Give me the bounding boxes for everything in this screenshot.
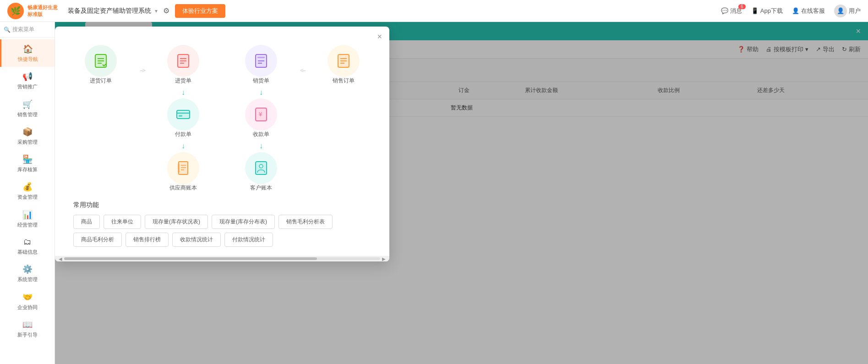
message-button[interactable]: 💬 消息 6 bbox=[721, 7, 742, 15]
sidebar-item-label: 系统管理 bbox=[17, 276, 38, 283]
logo: 🌿 畅康通好生意 标准版 bbox=[7, 3, 62, 19]
common-btn-counterpart[interactable]: 往来单位 bbox=[104, 215, 141, 229]
arrow-down-receipt: ↓ bbox=[259, 142, 263, 150]
logo-text: 畅康通好生意 标准版 bbox=[27, 4, 58, 17]
common-btn-sales-rank[interactable]: 销售排行榜 bbox=[126, 233, 169, 247]
svg-rect-12 bbox=[257, 57, 265, 58]
sidebar-item-inventory[interactable]: 🏪 库存核算 bbox=[0, 150, 55, 177]
online-service-button[interactable]: 👤 在线客服 bbox=[792, 7, 825, 15]
logo-icon: 🌿 bbox=[7, 3, 24, 19]
sidebar-item-label: 资金管理 bbox=[17, 194, 38, 200]
purchase-icon: 📦 bbox=[22, 127, 33, 137]
avatar: 👤 bbox=[834, 5, 847, 17]
scrollbar-left-arrow[interactable]: ◀ bbox=[57, 256, 64, 261]
scrollbar-track bbox=[64, 257, 380, 260]
sales-icon: 🛒 bbox=[22, 99, 33, 109]
search-icon: 🔍 bbox=[4, 27, 11, 33]
system-dropdown-icon[interactable]: ▾ bbox=[155, 8, 158, 14]
svg-text:¥: ¥ bbox=[258, 111, 262, 118]
common-btn-product[interactable]: 商品 bbox=[73, 215, 100, 229]
common-functions-title: 常用功能 bbox=[73, 201, 371, 209]
sidebar-item-label: 快捷导航 bbox=[18, 56, 38, 62]
sidebar-item-quick-nav[interactable]: 🏠 快捷导航 bbox=[0, 39, 55, 67]
base-info-icon: 🗂 bbox=[23, 237, 32, 247]
common-functions-grid: 商品 往来单位 现存量(库存状况表) 现存量(库存分布表) 销售毛利分析表 商品… bbox=[73, 215, 371, 247]
common-btn-stock-status[interactable]: 现存量(库存状况表) bbox=[145, 215, 208, 229]
sidebar-item-sys-mgmt[interactable]: ⚙️ 系统管理 bbox=[0, 260, 55, 287]
system-title: 装备及固定资产辅助管理系统 bbox=[68, 7, 151, 15]
sales-order-icon bbox=[328, 45, 360, 77]
operations-icon: 📊 bbox=[22, 210, 33, 220]
flow-item-sales-order: 销售订单 bbox=[316, 45, 371, 85]
sidebar-item-label: 企业协同 bbox=[17, 304, 38, 310]
download-icon: 📱 bbox=[751, 7, 759, 14]
modal-overlay[interactable]: × 进货订单 bbox=[55, 22, 868, 364]
message-icon: 💬 bbox=[721, 7, 728, 14]
newbie-icon: 📖 bbox=[22, 320, 33, 330]
sidebar-item-label: 销售管理 bbox=[17, 111, 38, 118]
flow-item-payment: 付款单 bbox=[156, 98, 211, 138]
service-icon: 👤 bbox=[792, 7, 799, 14]
arrow-down-purchase: ↓ bbox=[181, 88, 185, 97]
sidebar-item-newbie[interactable]: 📖 新手引导 bbox=[0, 315, 55, 342]
modal-scrollbar[interactable]: ◀ ▶ bbox=[55, 256, 389, 261]
arrow-down-sales: ↓ bbox=[259, 88, 263, 97]
marketing-icon: 📢 bbox=[22, 71, 33, 81]
quick-nav-icon: 🏠 bbox=[23, 44, 33, 54]
app-download-button[interactable]: 📱 App下载 bbox=[751, 7, 783, 15]
settings-icon[interactable]: ⚙ bbox=[163, 6, 169, 15]
flow-item-supplier-ledger: 供应商账本 bbox=[156, 152, 211, 192]
scrollbar-right-arrow[interactable]: ▶ bbox=[380, 256, 388, 261]
enterprise-icon: 🤝 bbox=[22, 292, 33, 302]
sidebar-item-finance[interactable]: 💰 资金管理 bbox=[0, 177, 55, 205]
arrow-sales-order-to-invoice: <- - - bbox=[289, 67, 316, 85]
scrollbar-thumb bbox=[64, 257, 317, 260]
sidebar-item-label: 经营管理 bbox=[17, 222, 38, 228]
modal-close-icon[interactable]: × bbox=[377, 32, 382, 42]
sidebar-item-marketing[interactable]: 📢 营销推广 bbox=[0, 67, 55, 94]
sidebar-item-operations[interactable]: 📊 经营管理 bbox=[0, 205, 55, 233]
flow-item-customer-ledger: 客户账本 bbox=[234, 152, 289, 192]
sidebar-search[interactable]: 🔍 搜索菜单 bbox=[0, 22, 55, 38]
common-btn-receipt-stats[interactable]: 收款情况统计 bbox=[172, 233, 221, 247]
purchase-receipt-icon bbox=[167, 45, 199, 77]
sidebar-item-label: 库存核算 bbox=[17, 166, 38, 173]
inventory-icon: 🏪 bbox=[22, 154, 33, 164]
sidebar-item-purchase[interactable]: 📦 采购管理 bbox=[0, 122, 55, 150]
svg-rect-29 bbox=[178, 163, 180, 173]
flow-section: 进货订单 - - -> 进货单 bbox=[55, 27, 389, 201]
sidebar-item-label: 营销推广 bbox=[17, 83, 38, 90]
sidebar-item-label: 采购管理 bbox=[17, 139, 38, 145]
common-btn-product-profit[interactable]: 商品毛利分析 bbox=[73, 233, 122, 247]
flow-item-purchase-order: 进货订单 bbox=[73, 45, 128, 85]
purchase-order-icon bbox=[85, 45, 117, 77]
svg-rect-23 bbox=[179, 115, 182, 117]
finance-icon: 💰 bbox=[22, 182, 33, 192]
sales-invoice-icon bbox=[245, 45, 277, 77]
flow-item-sales-invoice: 销货单 bbox=[234, 45, 289, 85]
sidebar-item-label: 新手引导 bbox=[17, 331, 38, 338]
user-menu[interactable]: 👤 用户 bbox=[834, 5, 861, 17]
arrow-down-payment: ↓ bbox=[181, 142, 185, 150]
svg-rect-20 bbox=[177, 110, 190, 119]
common-btn-payment-stats[interactable]: 付款情况统计 bbox=[224, 233, 273, 247]
sys-mgmt-icon: ⚙️ bbox=[22, 264, 33, 274]
sidebar-item-base-info[interactable]: 🗂 基础信息 bbox=[0, 233, 55, 260]
svg-rect-27 bbox=[179, 162, 188, 174]
sidebar-item-enterprise[interactable]: 🤝 企业协同 bbox=[0, 288, 55, 315]
modal: × 进货订单 bbox=[55, 27, 389, 261]
arrow-purchase-order-to-receipt: - - -> bbox=[128, 67, 156, 85]
sidebar-item-sales[interactable]: 🛒 销售管理 bbox=[0, 95, 55, 122]
flow-item-receipt: ¥ 收款单 bbox=[234, 98, 289, 138]
sidebar-item-label: 基础信息 bbox=[17, 249, 38, 255]
flow-item-purchase-receipt: 进货单 bbox=[156, 45, 211, 85]
sidebar-nav: 🏠 快捷导航 📢 营销推广 🛒 销售管理 📦 采购管理 🏪 库存核 bbox=[0, 38, 55, 344]
common-btn-stock-dist[interactable]: 现存量(库存分布表) bbox=[212, 215, 275, 229]
common-functions-section: 常用功能 商品 往来单位 现存量(库存状况表) 现存量(库存分布表) 销售毛利分… bbox=[55, 201, 389, 256]
trial-button[interactable]: 体验行业方案 bbox=[175, 4, 225, 18]
common-btn-sales-profit[interactable]: 销售毛利分析表 bbox=[278, 215, 333, 229]
message-badge: 6 bbox=[738, 4, 746, 9]
